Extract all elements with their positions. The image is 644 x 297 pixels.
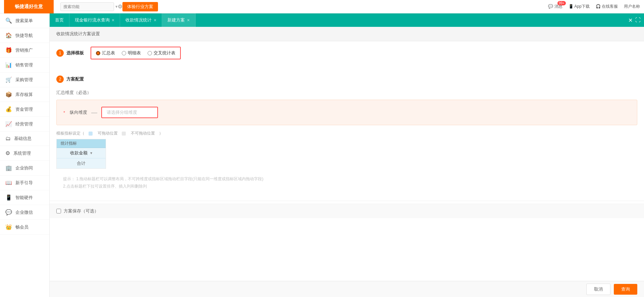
tips-line1: 提示： 1.拖动标题栏可以调整布局，不可跨维度或指标区域拖动栏目字段(只能在同一… xyxy=(63,176,631,183)
notification-count: 99+ xyxy=(557,1,566,5)
sidebar-label-marketing: 营销推广 xyxy=(15,47,33,53)
required-star: * xyxy=(63,110,65,115)
finance-icon: 💰 xyxy=(5,106,12,112)
search-menu-icon: 🔍 xyxy=(5,17,12,24)
tab-collection-stat-close[interactable]: × xyxy=(154,17,156,23)
dimension-select[interactable]: 请选择分组维度 xyxy=(101,107,158,118)
sidebar-item-newbie[interactable]: 📖 新手引导 xyxy=(0,176,49,190)
sidebar-item-quick-nav[interactable]: 🏠 快捷导航 xyxy=(0,28,49,43)
dimension-box: * 纵向维度 — 请选择分组维度 xyxy=(56,100,637,125)
sidebar-item-operations[interactable]: 📈 经营管理 xyxy=(0,117,49,132)
username[interactable]: 用户名称 xyxy=(624,4,640,9)
newbie-icon: 📖 xyxy=(5,180,12,186)
metrics-col1-cell: 合计 xyxy=(57,158,106,168)
sidebar-label-basic-info: 基础信息 xyxy=(14,136,32,142)
header-right: 💬 消息 99+ 📱 App下载 🎧 在线客服 用户名称 xyxy=(548,4,640,9)
cancel-button[interactable]: 取消 xyxy=(586,284,610,295)
metrics-section: 模板指标设定（ 可拖动位置 不可拖动位置 ） 统计指标 收款金额 ▾ xyxy=(56,131,637,169)
page-body: 收款情况统计方案设置 1 选择模板 汇总表 明细表 xyxy=(50,27,644,297)
tab-home[interactable]: 首页 xyxy=(50,13,69,27)
download-label: App下载 xyxy=(574,4,589,9)
page-breadcrumb: 收款情况统计方案设置 xyxy=(50,27,644,41)
sales-icon: 📊 xyxy=(5,62,12,68)
step2-section: 2 方案配置 汇总维度（必选） * 纵向维度 — 请选择分组维度 xyxy=(50,71,644,198)
sidebar-item-member[interactable]: 👑 畅会员 xyxy=(0,220,49,235)
smart-hw-icon: 📱 xyxy=(5,194,12,201)
sidebar-label-operations: 经营管理 xyxy=(15,121,33,127)
sidebar: 🔍 搜索菜单 🏠 快捷导航 🎁 营销推广 📊 销售管理 🛒 采购管理 📦 库存核… xyxy=(0,13,50,297)
tips-section: 提示： 1.拖动标题栏可以调整布局，不可跨维度或指标区域拖动栏目字段(只能在同一… xyxy=(56,171,637,194)
sidebar-item-system[interactable]: ⚙ 系统管理 xyxy=(0,146,49,161)
sidebar-item-basic-info[interactable]: 🗂 基础信息 xyxy=(0,132,49,146)
tips-line2: 2.点击标题栏下拉可设置排序、插入列和删除列 xyxy=(63,183,631,190)
tab-new-plan[interactable]: 新建方案 × xyxy=(162,13,195,27)
sidebar-item-search-menu[interactable]: 🔍 搜索菜单 xyxy=(0,13,49,28)
step1-num: 1 xyxy=(56,49,64,57)
industry-btn[interactable]: 体验行业方案 xyxy=(122,2,158,11)
radio-detail[interactable]: 明细表 xyxy=(122,50,141,56)
system-icon: ⚙ xyxy=(5,150,10,156)
save-section: 方案保存（可选） xyxy=(50,204,644,218)
query-button[interactable]: 查询 xyxy=(614,284,637,295)
bottom-action-bar: 取消 查询 xyxy=(50,281,644,297)
dimension-row: * 纵向维度 — 请选择分组维度 xyxy=(63,107,630,118)
enterprise-icon: 🏢 xyxy=(5,165,12,171)
sidebar-label-member: 畅会员 xyxy=(15,224,29,230)
sidebar-item-smart-hw[interactable]: 📱 智能硬件 xyxy=(0,190,49,205)
gear-button[interactable]: ⚙ xyxy=(118,3,122,10)
tab-home-label: 首页 xyxy=(55,17,64,23)
tab-bank-flow[interactable]: 现金银行流水查询 × xyxy=(69,13,120,27)
wechat-icon: 💬 xyxy=(5,209,12,215)
col1-dropdown-icon[interactable]: ▾ xyxy=(90,151,92,155)
tab-new-plan-label: 新建方案 xyxy=(167,17,185,23)
tab-close-all-btn[interactable]: ✕ xyxy=(628,17,633,23)
tab-collection-stat-label: 收款情况统计 xyxy=(125,17,152,23)
arrow-right-icon: — xyxy=(91,109,97,116)
step2-num: 2 xyxy=(56,76,64,83)
draggable-dot xyxy=(89,132,93,136)
radio-detail-input[interactable] xyxy=(122,51,126,55)
download-area[interactable]: 📱 App下载 xyxy=(569,4,590,9)
save-label: 方案保存（可选） xyxy=(64,208,99,214)
col1-label: 收款金额 xyxy=(70,150,88,156)
sidebar-item-finance[interactable]: 💰 资金管理 xyxy=(0,102,49,117)
tab-bank-flow-close[interactable]: × xyxy=(112,17,114,23)
metrics-col1-header[interactable]: 收款金额 ▾ xyxy=(57,148,106,158)
sidebar-item-enterprise[interactable]: 🏢 企业协同 xyxy=(0,161,49,176)
purchase-icon: 🛒 xyxy=(5,77,12,83)
sidebar-item-inventory[interactable]: 📦 库存核算 xyxy=(0,87,49,102)
radio-summary-input[interactable] xyxy=(96,51,100,55)
search-input[interactable] xyxy=(60,2,114,11)
top-header: 畅捷通好生意 ▾ ⚙ 体验行业方案 💬 消息 99+ 📱 App下载 🎧 在线客… xyxy=(0,0,644,13)
support-area[interactable]: 🎧 在线客服 xyxy=(596,4,618,9)
divider xyxy=(50,201,644,201)
draggable-label: 可拖动位置 xyxy=(98,131,118,136)
dimension-placeholder-text: 请选择分组维度 xyxy=(107,110,137,115)
dropdown-arrow-icon[interactable]: ▾ xyxy=(115,4,118,9)
save-checkbox[interactable] xyxy=(56,209,61,213)
step1-title: 选择模板 xyxy=(66,50,84,56)
message-icon: 💬 xyxy=(548,4,553,9)
sidebar-item-purchase[interactable]: 🛒 采购管理 xyxy=(0,72,49,87)
tab-bank-flow-label: 现金银行流水查询 xyxy=(75,17,110,23)
tab-new-plan-close[interactable]: × xyxy=(187,17,190,23)
logo: 畅捷通好生意 xyxy=(4,0,54,13)
radio-summary[interactable]: 汇总表 xyxy=(96,50,115,56)
download-icon: 📱 xyxy=(569,4,574,9)
metrics-table: 统计指标 收款金额 ▾ 合计 xyxy=(56,139,106,169)
template-radio-group: 汇总表 明细表 交叉统计表 xyxy=(91,47,181,59)
tab-collection-stat[interactable]: 收款情况统计 × xyxy=(120,13,162,27)
radio-cross-label: 交叉统计表 xyxy=(154,50,175,56)
radio-cross[interactable]: 交叉统计表 xyxy=(148,50,175,56)
metrics-settings-label: 模板指标设定（ xyxy=(56,131,85,136)
vertical-dim-label: 纵向维度 xyxy=(70,109,87,115)
member-icon: 👑 xyxy=(5,224,12,230)
step1-row: 1 选择模板 汇总表 明细表 交叉统计表 xyxy=(56,47,637,59)
tab-expand-btn[interactable]: ⛶ xyxy=(635,17,641,23)
notification-area[interactable]: 💬 消息 99+ xyxy=(548,4,562,9)
sidebar-item-marketing[interactable]: 🎁 营销推广 xyxy=(0,43,49,58)
sidebar-item-sales[interactable]: 📊 销售管理 xyxy=(0,58,49,72)
radio-cross-input[interactable] xyxy=(148,51,152,55)
sidebar-label-purchase: 采购管理 xyxy=(15,77,33,83)
sidebar-item-wechat[interactable]: 💬 企业微信 xyxy=(0,205,49,220)
